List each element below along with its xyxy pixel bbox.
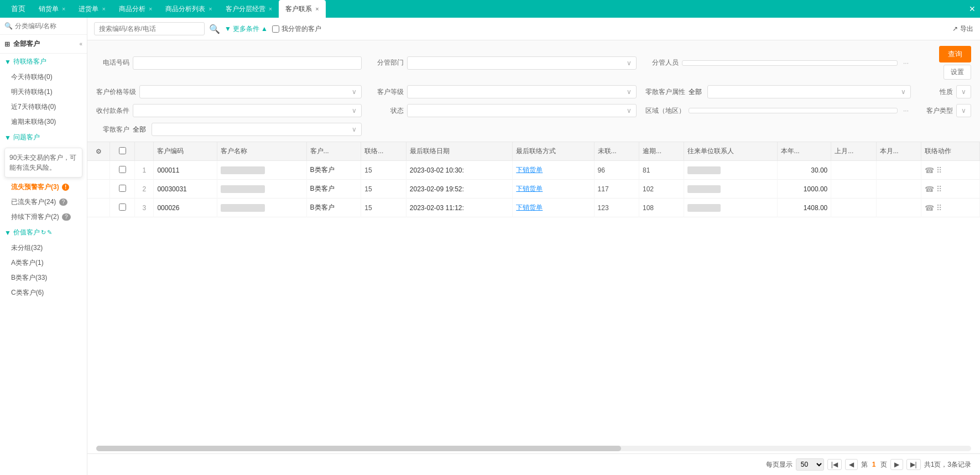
col-overdue[interactable]: 逾期... [639, 142, 684, 161]
sidebar-item-declining[interactable]: 持续下滑客户(2) ? [0, 210, 87, 225]
row-checkbox-cell[interactable] [110, 180, 135, 199]
select-all-checkbox[interactable] [119, 147, 126, 154]
sidebar-item-tomorrow[interactable]: 明天待联络(1) [0, 85, 87, 100]
manager-label: 分管人员 [645, 58, 679, 67]
more-action-icon[interactable]: ⠿ [936, 185, 942, 194]
zero-customer-select[interactable]: ∨ [152, 123, 362, 136]
col-name[interactable]: 客户名称 [217, 142, 306, 161]
last-page-btn[interactable]: ▶| [906, 459, 921, 470]
col-settings[interactable]: ⚙ [87, 142, 110, 161]
col-last-method[interactable]: 最后联络方式 [513, 142, 594, 161]
sidebar-search-input[interactable] [15, 22, 87, 30]
row-code[interactable]: 000026 [154, 199, 217, 217]
tab-product-list[interactable]: 商品分析列表 × [159, 0, 218, 18]
tab-customer-tier[interactable]: 客户分层经营 × [219, 0, 279, 18]
all-customers-item[interactable]: ⊞ 全部客户 « [0, 35, 87, 54]
close-customer-contact-tab[interactable]: × [315, 6, 319, 12]
tab-customer-contact[interactable]: 客户联系 × [279, 0, 325, 18]
group-pending-contact[interactable]: ▼ 待联络客户 [0, 54, 87, 70]
sidebar-item-overdue-contact[interactable]: 逾期未联络(30) [0, 114, 87, 129]
settings-btn[interactable]: 设置 [943, 65, 971, 80]
sidebar-item-class-b[interactable]: B类客户(33) [0, 270, 87, 285]
dept-arrow: ∨ [627, 59, 632, 67]
col-type[interactable]: 客户... [306, 142, 361, 161]
scrollbar-thumb[interactable] [96, 446, 621, 451]
row-last-method[interactable]: 下销货单 [513, 180, 594, 199]
more-action-icon[interactable]: ⠿ [936, 203, 942, 212]
manager-select[interactable] [682, 60, 898, 66]
col-this-month[interactable]: 本月... [876, 142, 921, 161]
close-customer-tier-tab[interactable]: × [269, 6, 272, 12]
more-conditions-btn[interactable]: ▼ 更多条件 ▲ [225, 24, 268, 34]
col-last-date[interactable]: 最后联络日期 [406, 142, 513, 161]
row-code[interactable]: 00030031 [154, 180, 217, 199]
next-page-btn[interactable]: ▶ [890, 459, 903, 470]
close-product-list-tab[interactable]: × [208, 6, 212, 12]
col-last-month[interactable]: 上月... [831, 142, 876, 161]
sidebar-item-class-a[interactable]: A类客户(1) [0, 255, 87, 270]
region-select[interactable] [689, 108, 898, 113]
region-dots[interactable]: ··· [901, 107, 911, 114]
customer-level-select[interactable]: ∨ [139, 85, 362, 98]
contact-icon[interactable]: ☎ [925, 166, 934, 175]
query-btn[interactable]: 查询 [939, 46, 971, 62]
manager-dots[interactable]: ··· [901, 59, 911, 67]
prev-page-btn[interactable]: ◀ [845, 459, 858, 470]
refresh-icon[interactable]: ↻ [41, 229, 46, 236]
col-this-year[interactable]: 本年... [777, 142, 831, 161]
my-customers-checkbox[interactable] [272, 25, 279, 33]
contact-icon[interactable]: ☎ [925, 185, 934, 194]
sidebar-item-churn-warning[interactable]: 流失预警客户(3) ! [0, 180, 87, 195]
row-checkbox[interactable] [119, 203, 126, 211]
row-checkbox[interactable] [119, 166, 126, 173]
row-last-method[interactable]: 下销货单 [513, 199, 594, 217]
row-code[interactable]: 000011 [154, 161, 217, 180]
grade-select[interactable]: ∨ [407, 85, 636, 98]
col-contact[interactable]: 联络... [361, 142, 406, 161]
col-code[interactable]: 客户编码 [154, 142, 217, 161]
row-name[interactable] [217, 199, 306, 217]
filter-zero-customer-row: 零散客户 全部 ∨ [96, 123, 362, 136]
sidebar-item-today[interactable]: 今天待联络(0) [0, 70, 87, 85]
status-select[interactable]: ∨ [407, 104, 636, 117]
group-problem-customers[interactable]: ▼ 问题客户 [0, 129, 87, 145]
row-checkbox[interactable] [119, 185, 126, 192]
per-page-select[interactable]: 50 100 [796, 458, 824, 471]
search-input[interactable] [94, 22, 205, 35]
row-checkbox-cell[interactable] [110, 161, 135, 180]
group-value-customers[interactable]: ▼ 价值客户 ↻ ✎ [0, 225, 87, 241]
tab-sales[interactable]: 销货单 × [32, 0, 72, 18]
tab-purchase[interactable]: 进货单 × [72, 0, 112, 18]
close-sales-tab[interactable]: × [62, 6, 65, 12]
dept-select[interactable]: ∨ [407, 56, 636, 70]
sidebar-item-7days[interactable]: 近7天待联络(0) [0, 100, 87, 114]
sidebar-item-class-c[interactable]: C类客户(6) [0, 285, 87, 300]
sidebar-item-churned[interactable]: 已流失客户(24) ? [0, 195, 87, 210]
row-name[interactable] [217, 161, 306, 180]
customer-type-select[interactable]: ∨ [956, 104, 971, 117]
col-not-contacted[interactable]: 未联... [594, 142, 639, 161]
row-last-method[interactable]: 下销货单 [513, 161, 594, 180]
row-checkbox-cell[interactable] [110, 199, 135, 217]
col-partner-contact[interactable]: 往来单位联系人 [684, 142, 777, 161]
first-page-btn[interactable]: |◀ [827, 459, 842, 470]
nature-select[interactable]: ∨ [956, 85, 971, 98]
contact-icon[interactable]: ☎ [925, 203, 934, 212]
search-button[interactable]: 🔍 [209, 24, 220, 34]
row-name[interactable] [217, 180, 306, 199]
close-product-analysis-tab[interactable]: × [149, 6, 152, 12]
phone-input[interactable] [133, 56, 362, 70]
home-tab[interactable]: 首页 [4, 4, 32, 14]
sidebar-item-ungrouped[interactable]: 未分组(32) [0, 241, 87, 255]
payment-select[interactable]: ∨ [133, 104, 362, 117]
edit-icon[interactable]: ✎ [47, 229, 52, 236]
zero-attr-select[interactable]: ∨ [707, 85, 911, 98]
col-checkbox[interactable] [110, 142, 135, 161]
close-purchase-tab[interactable]: × [102, 6, 105, 12]
close-all-btn[interactable]: ✕ [969, 4, 976, 13]
more-action-icon[interactable]: ⠿ [936, 166, 942, 175]
scrollbar-track[interactable] [96, 446, 971, 451]
export-btn[interactable]: ↗ 导出 [952, 24, 973, 34]
tab-product-analysis[interactable]: 商品分析 × [112, 0, 159, 18]
my-customers-checkbox-label[interactable]: 我分管的客户 [272, 24, 321, 34]
